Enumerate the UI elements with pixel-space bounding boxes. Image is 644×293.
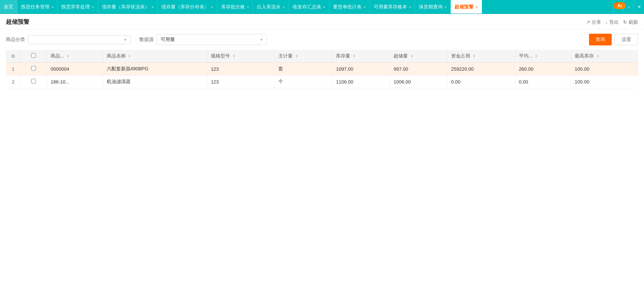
- refresh-icon: ↻: [623, 19, 627, 25]
- nav-arrow-close[interactable]: ✕: [634, 0, 644, 14]
- top-navigation: 首页拣货任务管理 ×拣货异常处理 ×现存量（库存状况表） ×现存量（库存分布表）…: [0, 0, 644, 14]
- th-overstock-sort-icon: ⇕: [410, 54, 413, 58]
- datasource-arrow-icon: ▾: [260, 37, 263, 42]
- nav-item-close-6[interactable]: ×: [282, 5, 285, 9]
- datasource-select[interactable]: 可用量 ▾: [157, 34, 267, 45]
- th-name[interactable]: 商品名称 ⇕: [103, 50, 207, 63]
- nav-item-7[interactable]: 收发存汇总表 ×: [289, 0, 329, 14]
- th-spec[interactable]: 规格型号 ⇕: [207, 50, 274, 63]
- commodity-category-arrow-icon: ▾: [124, 37, 127, 42]
- th-spec-label: 规格型号: [211, 53, 230, 59]
- th-capital[interactable]: 资金占用 ⇕: [447, 50, 515, 63]
- th-settings[interactable]: ⚙: [6, 50, 21, 63]
- table-row: 2186-10...机油滤清器123个1106.001006.000.000.0…: [6, 75, 638, 88]
- cell-spec-1: 123: [207, 75, 274, 88]
- datasource-value: 可用量: [161, 36, 175, 43]
- nav-item-close-3[interactable]: ×: [151, 5, 154, 9]
- column-settings-icon[interactable]: ⚙: [11, 53, 15, 59]
- filter-bar: 商品分类 ▾ 数据源 可用量 ▾ 查询 设置: [0, 29, 644, 50]
- th-unit-label: 主计量: [278, 53, 293, 59]
- th-avg[interactable]: 平均... ⇕: [515, 50, 571, 63]
- commodity-category-label: 商品分类: [6, 36, 25, 43]
- nav-item-close-2[interactable]: ×: [92, 5, 94, 9]
- nav-item-label-4: 现存量（库存分布表）: [161, 4, 209, 10]
- th-overstock[interactable]: 超储量 ⇕: [390, 50, 447, 63]
- nav-item-close-11[interactable]: ×: [475, 5, 477, 9]
- nav-item-9[interactable]: 可用量库存账本 ×: [370, 0, 415, 14]
- cell-max_stock-0: 100.00: [571, 63, 638, 75]
- nav-item-label-6: 出入库流水: [257, 4, 281, 10]
- row-checkbox-1[interactable]: [31, 79, 36, 84]
- nav-item-2[interactable]: 拣货异常处理 ×: [58, 0, 98, 14]
- share-button[interactable]: ↗ 分享: [586, 19, 601, 26]
- nav-item-close-8[interactable]: ×: [363, 5, 366, 9]
- nav-item-5[interactable]: 库存批次账 ×: [217, 0, 253, 14]
- cell-checkbox-0: [21, 63, 47, 75]
- th-stock[interactable]: 库存量 ⇕: [332, 50, 390, 63]
- th-name-sort-icon: ⇕: [128, 54, 131, 58]
- cell-unit-0: 套: [275, 63, 332, 75]
- nav-item-0[interactable]: 首页: [0, 0, 17, 14]
- cell-name-1: 机油滤清器: [103, 75, 207, 88]
- nav-item-3[interactable]: 现存量（库存状况表） ×: [98, 0, 158, 14]
- export-button[interactable]: ↓ 导出: [605, 19, 619, 26]
- nav-item-11[interactable]: 超储预警 ×: [451, 0, 482, 14]
- th-capital-sort-icon: ⇕: [473, 54, 476, 58]
- cell-spec-0: 123: [207, 63, 274, 75]
- nav-item-8[interactable]: 要货单统计表 ×: [329, 0, 370, 14]
- nav-item-close-1[interactable]: ×: [51, 5, 54, 9]
- datasource-filter: 数据源 可用量 ▾: [139, 34, 267, 45]
- nav-item-label-9: 可用量库存账本: [374, 4, 407, 10]
- nav-item-label-0: 首页: [4, 4, 13, 10]
- filter-actions: 查询 设置: [589, 34, 638, 45]
- th-max-stock-sort-icon: ⇕: [596, 54, 599, 58]
- th-max-stock-label: 最高库存: [575, 53, 594, 59]
- nav-item-4[interactable]: 现存量（库存分布表） ×: [158, 0, 217, 14]
- th-stock-sort-icon: ⇕: [353, 54, 356, 58]
- nav-item-close-10[interactable]: ×: [444, 5, 447, 9]
- th-checkbox: [21, 50, 47, 63]
- th-unit[interactable]: 主计量 ⇕: [275, 50, 332, 63]
- nav-item-close-5[interactable]: ×: [247, 5, 249, 9]
- cell-avg-1: 0.00: [515, 75, 571, 88]
- cell-overstock-1: 1006.00: [390, 75, 447, 88]
- nav-item-close-7[interactable]: ×: [323, 5, 325, 9]
- th-avg-sort-icon: ⇕: [535, 54, 538, 58]
- refresh-button[interactable]: ↻ 刷新: [623, 19, 638, 26]
- table-row: 10000004六配套新昌490BPG123套1097.00997.002592…: [6, 63, 638, 75]
- select-all-checkbox[interactable]: [31, 53, 36, 58]
- ai-badge[interactable]: Ai: [614, 2, 626, 9]
- nav-item-close-4[interactable]: ×: [211, 5, 213, 9]
- nav-item-close-9[interactable]: ×: [409, 5, 411, 9]
- cell-code-1: 186-10...: [47, 75, 103, 88]
- th-code-sort-icon: ⇕: [67, 54, 70, 58]
- th-avg-label: 平均...: [519, 53, 533, 59]
- table-header-row: ⚙ 商品... ⇕ 商品名称 ⇕ 规格型号 ⇕: [6, 50, 638, 63]
- query-button[interactable]: 查询: [589, 34, 612, 45]
- page-header: 超储预警 ↗ 分享 ↓ 导出 ↻ 刷新: [0, 14, 644, 29]
- th-capital-label: 资金占用: [451, 53, 470, 59]
- settings-button[interactable]: 设置: [615, 34, 638, 45]
- nav-item-label-10: 保质期查询: [419, 4, 443, 10]
- data-table-container: ⚙ 商品... ⇕ 商品名称 ⇕ 规格型号 ⇕: [0, 50, 644, 88]
- page-actions: ↗ 分享 ↓ 导出 ↻ 刷新: [586, 19, 638, 26]
- cell-stock-1: 1106.00: [332, 75, 390, 88]
- nav-item-10[interactable]: 保质期查询 ×: [415, 0, 451, 14]
- th-overstock-label: 超储量: [394, 53, 408, 59]
- nav-item-6[interactable]: 出入库流水 ×: [253, 0, 289, 14]
- commodity-category-select[interactable]: ▾: [28, 35, 131, 44]
- th-max-stock[interactable]: 最高库存 ⇕: [571, 50, 638, 63]
- th-code-label: 商品...: [51, 53, 64, 59]
- nav-item-label-8: 要货单统计表: [333, 4, 362, 10]
- cell-capital-1: 0.00: [447, 75, 515, 88]
- share-label: 分享: [592, 19, 601, 26]
- cell-capital-0: 259220.00: [447, 63, 515, 75]
- th-code[interactable]: 商品... ⇕: [47, 50, 103, 63]
- row-checkbox-0[interactable]: [31, 66, 36, 71]
- th-unit-sort-icon: ⇕: [295, 54, 298, 58]
- cell-avg-0: 260.00: [515, 63, 571, 75]
- cell-checkbox-1: [21, 75, 47, 88]
- nav-item-1[interactable]: 拣货任务管理 ×: [17, 0, 58, 14]
- cell-num-0: 1: [6, 63, 21, 75]
- commodity-category-filter: 商品分类 ▾: [6, 35, 131, 44]
